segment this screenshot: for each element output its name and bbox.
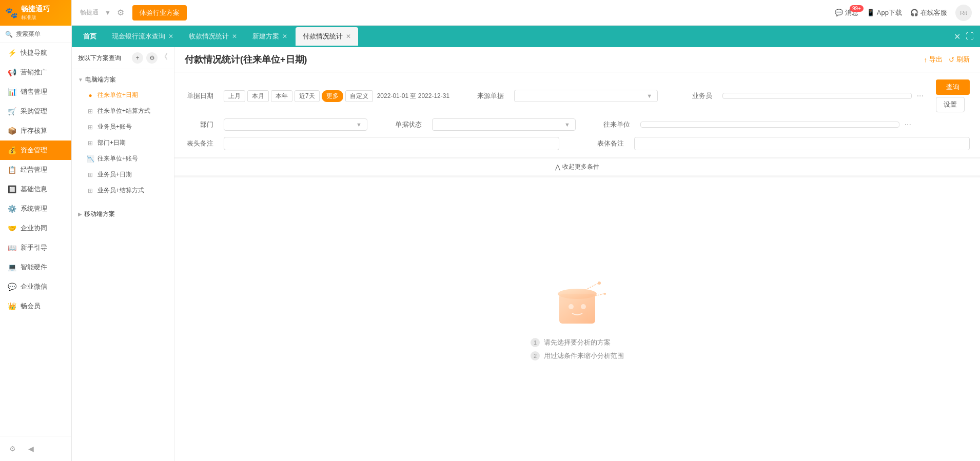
settings-button[interactable]: 设置 — [936, 97, 965, 112]
scheme-item-salesperson-account[interactable]: ⊞ 业务员+账号 — [72, 119, 174, 135]
scheme-item-salesperson-date[interactable]: ⊞ 业务员+日期 — [72, 167, 174, 183]
scheme-item-salesperson-settlement[interactable]: ⊞ 业务员+结算方式 — [72, 183, 174, 198]
department-select-box[interactable]: ▼ — [224, 118, 367, 131]
tab-new-plan-close[interactable]: ✕ — [282, 33, 287, 40]
search-icon: 🔍 — [5, 31, 13, 38]
tab-collection-stats-close[interactable]: ✕ — [232, 33, 237, 40]
scheme-item-counterparty-date[interactable]: ● 往来单位+日期 — [72, 87, 174, 103]
quick-nav-icon: ⚡ — [7, 48, 16, 57]
counterparty-dots-button[interactable]: ··· — [903, 120, 913, 129]
scheme-item-counterparty-account[interactable]: 📉 往来单位+账号 — [72, 151, 174, 167]
desktop-group-title[interactable]: ▼ 电脑端方案 — [72, 72, 174, 87]
hint-text-2: 用过滤条件来缩小分析范围 — [544, 351, 624, 360]
query-button[interactable]: 查询 — [936, 79, 970, 95]
left-panel-header-label: 按以下方案查询 — [78, 54, 121, 63]
desktop-group-label: 电脑端方案 — [85, 75, 116, 84]
sidebar-item-member[interactable]: 👑 畅会员 — [0, 296, 71, 316]
salesperson-dots-button[interactable]: ··· — [915, 91, 926, 101]
tab-payment-stats-close[interactable]: ✕ — [346, 33, 351, 40]
export-icon: ↑ — [924, 56, 928, 64]
member-icon: 👑 — [7, 302, 16, 311]
tab-maximize-button[interactable]: ⛶ — [964, 32, 976, 41]
wechat-icon: 💬 — [7, 282, 16, 291]
mobile-group-label: 移动端方案 — [84, 210, 115, 218]
left-panel-collapse-button[interactable]: 《 — [161, 52, 168, 64]
sidebar-settings-button[interactable]: ⚙ — [5, 442, 19, 456]
sidebar-bottom: ⚙ ◀ — [0, 436, 71, 461]
mobile-group-title[interactable]: ▶ 移动端方案 — [72, 207, 174, 222]
right-content: 付款情况统计(往来单位+日期) ↑ 导出 ↺ 刷新 单据日期 — [174, 47, 980, 461]
operations-icon: 📋 — [7, 165, 16, 174]
svg-point-1 — [558, 289, 597, 299]
empty-svg — [546, 278, 608, 330]
scheme-table-icon2: ⊞ — [86, 123, 94, 131]
sidebar-item-hardware[interactable]: 💻 智能硬件 — [0, 257, 71, 277]
date-btn-this-year[interactable]: 本年 — [271, 90, 292, 102]
sidebar-search-label: 搜索菜单 — [16, 30, 41, 38]
add-scheme-button[interactable]: + — [132, 52, 143, 64]
sidebar-item-inventory[interactable]: 📦 库存核算 — [0, 121, 71, 141]
header-note-input[interactable] — [224, 137, 559, 150]
date-btn-last-month[interactable]: 上月 — [224, 90, 245, 102]
sidebar-item-label: 企业微信 — [21, 282, 47, 291]
date-btn-last-7days[interactable]: 近7天 — [295, 90, 320, 102]
trial-button[interactable]: 体验行业方案 — [132, 5, 187, 21]
export-button[interactable]: ↑ 导出 — [924, 55, 943, 64]
sidebar-item-basic-info[interactable]: 🔲 基础信息 — [0, 179, 71, 199]
sidebar-item-label: 库存核算 — [21, 126, 47, 135]
date-btn-custom[interactable]: 自定义 — [345, 90, 373, 102]
date-btn-more[interactable]: 更多 — [322, 90, 343, 102]
sidebar-item-label: 畅会员 — [21, 302, 41, 311]
app-download-label: App下载 — [877, 8, 902, 17]
doc-status-select-box[interactable]: ▼ — [432, 118, 576, 131]
collapse-more-button[interactable]: ⋀ 收起更多条件 — [174, 158, 980, 175]
scheme-item-counterparty-settlement[interactable]: ⊞ 往来单位+结算方式 — [72, 103, 174, 119]
salesperson-select: ··· — [722, 91, 926, 101]
sidebar-item-purchase[interactable]: 🛒 采购管理 — [0, 102, 71, 121]
tab-bank-flow-close[interactable]: ✕ — [168, 33, 173, 40]
basic-info-icon: 🔲 — [7, 185, 16, 194]
tab-bank-flow[interactable]: 现金银行流水查询 ✕ — [105, 27, 181, 46]
scheme-item-department-date[interactable]: ⊞ 部门+日期 — [72, 135, 174, 151]
date-btn-this-month[interactable]: 本月 — [247, 90, 269, 102]
sidebar-search[interactable]: 🔍 搜索菜单 — [0, 26, 71, 43]
page-header: 付款情况统计(往来单位+日期) ↑ 导出 ↺ 刷新 — [174, 47, 980, 72]
guide-icon: 📖 — [7, 243, 16, 252]
sidebar-item-marketing[interactable]: 📢 营销推广 — [0, 63, 71, 82]
scheme-item-label: 业务员+账号 — [97, 123, 132, 131]
tab-payment-stats[interactable]: 付款情况统计 ✕ — [296, 27, 358, 46]
empty-content: 1 请先选择要分析的方案 2 用过滤条件来缩小分析范围 — [531, 278, 624, 360]
source-doc-select: ▼ — [514, 90, 658, 102]
notification-button[interactable]: 💬 消息 99+ — [835, 8, 858, 17]
hint-num-2: 2 — [531, 351, 540, 360]
online-service-button[interactable]: 🎧 在线客服 — [910, 8, 947, 17]
user-avatar[interactable]: Rit — [955, 5, 972, 21]
topnav-chevron[interactable]: ▼ — [105, 9, 111, 16]
tab-home[interactable]: 首页 — [76, 27, 104, 46]
sidebar-collapse-button[interactable]: ◀ — [24, 442, 38, 456]
refresh-button[interactable]: ↺ 刷新 — [949, 55, 970, 64]
department-label: 部门 — [185, 120, 213, 129]
tab-close-all-button[interactable]: ✕ — [952, 32, 963, 42]
header-note-label: 表头备注 — [185, 139, 213, 148]
sidebar-item-wechat[interactable]: 💬 企业微信 — [0, 277, 71, 296]
sidebar-item-sales[interactable]: 📊 销售管理 — [0, 82, 71, 102]
body-note-input[interactable] — [634, 137, 970, 150]
sidebar-item-operations[interactable]: 📋 经营管理 — [0, 160, 71, 179]
scheme-chart-icon: 📉 — [86, 155, 94, 163]
counterparty-select-box[interactable] — [640, 122, 899, 128]
scheme-settings-button[interactable]: ⚙ — [146, 52, 158, 64]
app-download-button[interactable]: 📱 App下载 — [867, 8, 902, 17]
sidebar-item-system[interactable]: ⚙️ 系统管理 — [0, 199, 71, 218]
topnav-gear-icon[interactable]: ⚙ — [117, 8, 124, 17]
sidebar-item-guide[interactable]: 📖 新手引导 — [0, 238, 71, 257]
sidebar-item-capital[interactable]: 💰 资金管理 — [0, 141, 71, 160]
sidebar-item-quick-nav[interactable]: ⚡ 快捷导航 — [0, 43, 71, 63]
scheme-item-label: 业务员+结算方式 — [97, 186, 144, 195]
salesperson-select-box[interactable] — [722, 93, 912, 99]
scheme-table-icon: ⊞ — [86, 107, 94, 115]
sidebar-item-enterprise[interactable]: 🤝 企业协同 — [0, 218, 71, 238]
tab-new-plan[interactable]: 新建方案 ✕ — [245, 27, 295, 46]
tab-collection-stats[interactable]: 收款情况统计 ✕ — [182, 27, 244, 46]
source-doc-select-box[interactable]: ▼ — [514, 90, 658, 102]
